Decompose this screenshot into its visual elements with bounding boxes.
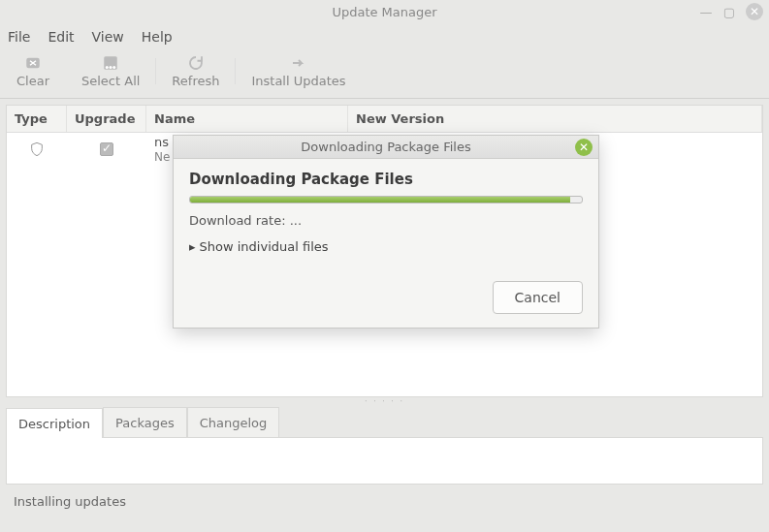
col-type[interactable]: Type (7, 106, 67, 132)
dialog-title: Downloading Package Files (301, 140, 470, 154)
upgrade-checkbox[interactable] (100, 142, 113, 156)
select-all-icon (102, 54, 119, 72)
download-dialog: Downloading Package Files ✕ Downloading … (173, 135, 599, 329)
window-controls: — ▢ ✕ (699, 3, 763, 20)
minimize-icon[interactable]: — (699, 5, 713, 18)
status-bar: Installing updates (0, 485, 769, 518)
refresh-button[interactable]: Refresh (156, 54, 235, 88)
window-titlebar: Update Manager — ▢ ✕ (0, 0, 769, 23)
progress-fill (190, 197, 570, 203)
tab-packages[interactable]: Packages (103, 407, 187, 437)
download-rate: Download rate: ... (189, 213, 583, 228)
menu-file[interactable]: File (8, 29, 30, 45)
menu-view[interactable]: View (92, 29, 124, 45)
svg-point-2 (106, 66, 109, 69)
dialog-close-icon[interactable]: ✕ (575, 139, 593, 156)
select-all-button[interactable]: Select All (66, 54, 155, 88)
tab-changelog[interactable]: Changelog (187, 407, 280, 437)
detail-tabs: Description Packages Changelog (6, 407, 763, 438)
install-updates-label: Install Updates (251, 74, 345, 88)
install-icon (290, 54, 307, 72)
pane-splitter[interactable]: · · · · · (0, 397, 769, 407)
svg-point-4 (112, 66, 115, 69)
select-all-label: Select All (81, 74, 140, 88)
toolbar: Clear Select All Refresh Install Updates (0, 52, 769, 99)
dialog-titlebar: Downloading Package Files ✕ (174, 136, 598, 159)
col-new-version[interactable]: New Version (348, 106, 762, 132)
expand-files-toggle[interactable]: ▸ Show individual files (189, 239, 583, 254)
table-header: Type Upgrade Name New Version (7, 106, 762, 133)
window-title: Update Manager (332, 5, 436, 19)
col-upgrade[interactable]: Upgrade (67, 106, 146, 132)
tab-description[interactable]: Description (6, 408, 103, 438)
menu-edit[interactable]: Edit (48, 29, 74, 45)
expand-label: Show individual files (200, 239, 329, 254)
menu-help[interactable]: Help (142, 29, 173, 45)
progress-bar (189, 196, 583, 203)
close-icon[interactable]: ✕ (746, 3, 763, 20)
dialog-heading: Downloading Package Files (189, 171, 583, 188)
col-name[interactable]: Name (146, 106, 348, 132)
install-updates-button[interactable]: Install Updates (236, 54, 361, 88)
clear-icon (24, 54, 42, 72)
cancel-button[interactable]: Cancel (493, 281, 583, 314)
refresh-icon (187, 54, 205, 72)
triangle-right-icon: ▸ (189, 239, 196, 254)
shield-icon (29, 141, 45, 158)
status-text: Installing updates (14, 494, 126, 509)
clear-label: Clear (16, 74, 49, 88)
menu-bar: File Edit View Help (0, 23, 769, 52)
maximize-icon[interactable]: ▢ (722, 5, 736, 18)
svg-point-3 (110, 66, 112, 69)
refresh-label: Refresh (172, 74, 219, 88)
tab-panel (6, 438, 763, 485)
clear-button[interactable]: Clear (0, 54, 66, 88)
